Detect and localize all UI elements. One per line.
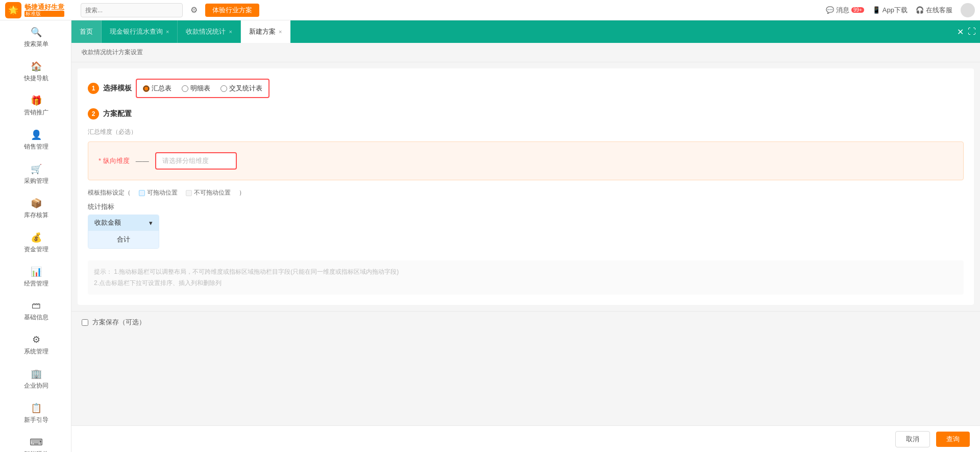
sidebar-item-label: 资金管理	[24, 245, 48, 254]
step1-header: 1 选择模板 汇总表 明细表 交叉统计表	[88, 79, 964, 98]
sidebar-item-label: 销售管理	[24, 142, 48, 151]
tab-new-label: 新建方案	[249, 27, 276, 36]
box-icon: 📦	[31, 198, 42, 209]
top-bar: 🌟 畅捷通好生意 标准版 ⚙ 体验行业方案 💬 消息 99+ 📱 App下载 🎧…	[0, 0, 980, 20]
sidebar-item-corp[interactable]: 🏢 企业协同	[0, 362, 71, 396]
sidebar-item-nav[interactable]: 🏠 快捷导航	[0, 55, 71, 89]
chart-icon: 📊	[31, 266, 42, 277]
tab-home-label: 首页	[80, 27, 93, 36]
hardware-icon: ⌨	[30, 437, 43, 448]
sidebar-item-label: 智能硬件	[24, 450, 48, 452]
hint-text-1: 提示： 1.拖动标题栏可以调整布局，不可跨维度或指标区域拖动栏目字段(只能在同一…	[94, 267, 958, 278]
search-input[interactable]	[81, 3, 183, 17]
tab-stat[interactable]: 收款情况统计 ×	[178, 20, 240, 43]
radio-detail[interactable]: 明细表	[182, 84, 210, 93]
cancel-button[interactable]: 取消	[895, 431, 930, 447]
sidebar-item-label: 经营管理	[24, 279, 48, 288]
radio-detail-input[interactable]	[182, 85, 188, 92]
indicator-row-total: 合计	[88, 230, 159, 248]
settings-icon: ⚙	[32, 334, 40, 345]
save-label: 方案保存（可选）	[92, 318, 145, 327]
sidebar-item-label: 企业协同	[24, 382, 48, 390]
breadcrumb-text: 收款情况统计方案设置	[82, 49, 143, 56]
tab-new[interactable]: 新建方案 ×	[241, 20, 290, 43]
legend-static-label: 不可拖动位置	[194, 188, 231, 197]
home-icon: 🏠	[31, 61, 42, 72]
gift-icon: 🎁	[31, 95, 42, 106]
radio-summary-input[interactable]	[143, 85, 150, 92]
message-icon: 💬	[826, 6, 834, 14]
tab-bank-close[interactable]: ×	[166, 29, 169, 35]
radio-detail-label: 明细表	[190, 84, 210, 93]
indicator-section-title: 模板指标设定（	[88, 188, 131, 197]
indicator-header[interactable]: 收款金额 ▾	[88, 215, 159, 230]
vertical-dim-label: * 纵向维度	[99, 156, 130, 165]
step2-label: 方案配置	[103, 109, 132, 118]
radio-summary[interactable]: 汇总表	[143, 84, 172, 93]
main-layout: 🔍 搜索菜单 🏠 快捷导航 🎁 营销推广 👤 销售管理 🛒 采购管理 📦 库存核…	[0, 20, 980, 452]
tab-expand-button[interactable]: ⛶	[968, 27, 976, 36]
avatar[interactable]	[961, 3, 975, 17]
sidebar-item-guide[interactable]: 📋 新手引导	[0, 396, 71, 431]
logo-icon: 🌟	[5, 2, 21, 18]
cart-icon: 🛒	[31, 163, 42, 175]
sidebar-item-search[interactable]: 🔍 搜索菜单	[0, 20, 71, 55]
sidebar-item-sales[interactable]: 👤 销售管理	[0, 123, 71, 157]
clipboard-icon: 📋	[31, 402, 42, 414]
dim-select[interactable]: 请选择分组维度	[155, 152, 237, 170]
indicator-col-label: 收款金额	[94, 218, 121, 227]
tab-bank[interactable]: 现金银行流水查询 ×	[102, 20, 178, 43]
page-content: 收款情况统计方案设置 1 选择模板 汇总表 明细表	[71, 43, 980, 425]
tab-new-close[interactable]: ×	[279, 29, 282, 35]
breadcrumb: 收款情况统计方案设置	[71, 43, 980, 62]
sidebar-item-purchase[interactable]: 🛒 采购管理	[0, 157, 71, 192]
message-badge: 99+	[851, 7, 864, 13]
search-icon: 🔍	[31, 27, 42, 38]
tab-home[interactable]: 首页	[71, 20, 102, 43]
bottom-bar: 取消 查询	[71, 425, 980, 452]
logo-text: 畅捷通好生意	[24, 3, 64, 11]
legend-static-icon	[186, 190, 192, 196]
service-item[interactable]: 🎧 在线客服	[916, 6, 952, 15]
sidebar-item-finance[interactable]: 💰 资金管理	[0, 226, 71, 260]
tab-stat-close[interactable]: ×	[229, 29, 232, 35]
legend-draggable-label: 可拖动位置	[147, 188, 178, 197]
dim-title-text: 汇总维度（必选）	[88, 128, 137, 135]
sidebar-item-marketing[interactable]: 🎁 营销推广	[0, 89, 71, 123]
save-checkbox[interactable]	[82, 319, 88, 326]
tab-bank-label: 现金银行流水查询	[110, 27, 163, 36]
sidebar: 🔍 搜索菜单 🏠 快捷导航 🎁 营销推广 👤 销售管理 🛒 采购管理 📦 库存核…	[0, 20, 71, 452]
sidebar-item-system[interactable]: ⚙ 系统管理	[0, 328, 71, 362]
sidebar-item-operation[interactable]: 📊 经营管理	[0, 260, 71, 294]
hint-text-2: 2.点击标题栏下拉可设置排序、插入列和删除列	[94, 278, 958, 289]
industry-button[interactable]: 体验行业方案	[205, 4, 259, 17]
message-item[interactable]: 💬 消息 99+	[826, 6, 864, 15]
sidebar-item-warehouse[interactable]: 📦 库存核算	[0, 192, 71, 226]
legend-close-paren: ）	[239, 188, 245, 197]
download-item[interactable]: 📱 App下载	[872, 6, 908, 15]
radio-cross[interactable]: 交叉统计表	[220, 84, 262, 93]
dim-section-title: 汇总维度（必选）	[88, 128, 964, 136]
tab-close-all-button[interactable]: ✕	[957, 27, 964, 37]
step2-header: 2 方案配置	[88, 108, 964, 120]
download-label: App下载	[883, 6, 908, 15]
radio-summary-label: 汇总表	[152, 84, 172, 93]
tab-stat-label: 收款情况统计	[186, 27, 226, 36]
query-button[interactable]: 查询	[936, 432, 970, 447]
sidebar-item-label: 库存核算	[24, 211, 48, 220]
indicator-dropdown-icon[interactable]: ▾	[149, 219, 153, 227]
content-area: 首页 现金银行流水查询 × 收款情况统计 × 新建方案 × ✕ ⛶	[71, 20, 980, 452]
gear-button[interactable]: ⚙	[187, 3, 201, 17]
indicator-table: 收款金额 ▾ 合计	[88, 215, 159, 249]
sidebar-item-label: 搜索菜单	[24, 40, 48, 49]
radio-cross-input[interactable]	[220, 85, 227, 92]
dimension-area: * 纵向维度 —— 请选择分组维度	[88, 141, 964, 180]
legend-draggable-icon	[139, 190, 145, 196]
message-label: 消息	[836, 6, 849, 15]
stat-label: 统计指标	[88, 202, 964, 211]
money-icon: 💰	[31, 232, 42, 243]
legend-draggable: 可拖动位置	[139, 188, 178, 197]
sidebar-item-basic[interactable]: 🗃 基础信息	[0, 294, 71, 328]
sidebar-item-hardware[interactable]: ⌨ 智能硬件	[0, 431, 71, 452]
indicator-legend: 模板指标设定（ 可拖动位置 不可拖动位置 ）	[88, 188, 964, 197]
